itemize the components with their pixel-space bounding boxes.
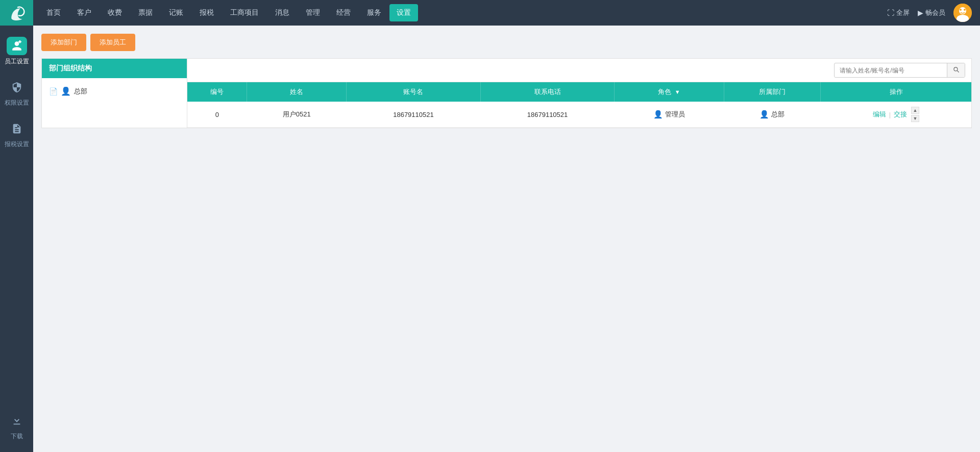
main-content: 添加部门 添加员工 部门组织结构 📄 👤 总部	[33, 26, 980, 452]
search-wrap	[834, 63, 965, 78]
role-user-icon: 👤	[653, 110, 663, 119]
download-icon-wrap	[7, 412, 27, 430]
edit-button[interactable]: 编辑	[873, 110, 886, 119]
cell-account: 18679110521	[347, 102, 481, 128]
employee-icon-wrap	[7, 37, 27, 55]
nav-service[interactable]: 服务	[359, 0, 389, 26]
nav-tax[interactable]: 报税	[191, 0, 222, 26]
tree-header-label: 部门组织结构	[49, 64, 92, 72]
col-ops: 操作	[821, 82, 971, 102]
col-dept: 所属部门	[724, 82, 821, 102]
nav-message[interactable]: 消息	[267, 0, 298, 26]
vip-button[interactable]: ▶ 畅会员	[918, 8, 945, 17]
taxsettings-icon	[11, 123, 22, 134]
employee-table: 编号 姓名 账号名 联系电话 角色 ▼ 所属部门 操作 0	[187, 82, 971, 128]
col-phone: 联系电话	[480, 82, 615, 102]
nav-operate[interactable]: 经营	[328, 0, 359, 26]
col-account: 账号名	[347, 82, 481, 102]
vip-label: 畅会员	[925, 8, 945, 17]
tree-node-root[interactable]: 📄 👤 总部	[49, 83, 180, 99]
nav-settings[interactable]: 设置	[389, 4, 418, 21]
download-icon	[11, 415, 22, 426]
table-toolbar	[187, 59, 971, 82]
col-role[interactable]: 角色 ▼	[615, 82, 724, 102]
tree-node-user-icon: 👤	[61, 86, 71, 96]
nav-menu: 首页 客户 收费 票据 记账 报税 工商项目 消息 管理 经营 服务 设置	[33, 0, 887, 26]
sidebar-item-employee[interactable]: 员工设置	[0, 31, 33, 72]
fullscreen-button[interactable]: ⛶ 全屏	[887, 8, 910, 17]
role-label: 管理员	[665, 110, 685, 119]
add-employee-button[interactable]: 添加员工	[90, 34, 135, 51]
sidebar-item-permission[interactable]: 权限设置	[0, 72, 33, 113]
permission-icon-wrap	[7, 78, 27, 97]
fullscreen-icon: ⛶	[887, 9, 894, 17]
employee-icon	[11, 40, 22, 52]
sidebar-download-label: 下载	[11, 432, 23, 441]
role-filter-icon: ▼	[675, 89, 680, 95]
svg-point-3	[960, 9, 962, 11]
nav-business[interactable]: 工商项目	[222, 0, 267, 26]
svg-rect-6	[19, 40, 20, 43]
table-header: 编号 姓名 账号名 联系电话 角色 ▼ 所属部门 操作	[187, 82, 971, 102]
tree-panel: 部门组织结构 📄 👤 总部	[42, 59, 187, 128]
search-icon	[952, 66, 960, 73]
tree-node-file-icon: 📄	[49, 87, 58, 96]
sidebar-taxsettings-label: 报税设置	[5, 140, 29, 149]
fullscreen-label: 全屏	[896, 8, 910, 17]
scroll-down-button[interactable]: ▼	[911, 115, 919, 122]
table-row: 0 用户0521 18679110521 18679110521 👤 管理员	[187, 102, 971, 128]
table-panel: 编号 姓名 账号名 联系电话 角色 ▼ 所属部门 操作 0	[187, 59, 971, 128]
col-id: 编号	[187, 82, 247, 102]
top-navigation: 首页 客户 收费 票据 记账 报税 工商项目 消息 管理 经营 服务 设置 ⛶ …	[0, 0, 980, 26]
sidebar-employee-label: 员工设置	[5, 57, 29, 66]
tree-header: 部门组织结构	[42, 59, 187, 78]
content-wrapper: 部门组织结构 📄 👤 总部	[41, 58, 972, 128]
svg-point-4	[964, 9, 966, 11]
cell-ops: 编辑 | 交接 ▲ ▼	[821, 102, 971, 128]
add-dept-button[interactable]: 添加部门	[41, 34, 86, 51]
logo[interactable]	[0, 0, 33, 26]
permission-icon	[11, 82, 22, 93]
action-bar: 添加部门 添加员工	[41, 34, 972, 51]
nav-accounting[interactable]: 记账	[161, 0, 191, 26]
nav-invoice[interactable]: 票据	[130, 0, 161, 26]
cell-name: 用户0521	[247, 102, 347, 128]
sidebar-item-download[interactable]: 下载	[0, 406, 33, 447]
cell-phone: 18679110521	[480, 102, 615, 128]
col-role-label: 角色	[658, 88, 671, 96]
nav-client[interactable]: 客户	[69, 0, 100, 26]
col-name: 姓名	[247, 82, 347, 102]
cell-role: 👤 管理员	[615, 102, 724, 128]
taxsettings-icon-wrap	[7, 120, 27, 138]
cell-dept: 👤 总部	[724, 102, 821, 128]
vip-icon: ▶	[918, 9, 923, 17]
cell-id: 0	[187, 102, 247, 128]
sidebar-permission-label: 权限设置	[5, 99, 29, 107]
tree-body: 📄 👤 总部	[42, 78, 187, 104]
transfer-button[interactable]: 交接	[894, 110, 907, 119]
nav-home[interactable]: 首页	[38, 0, 69, 26]
table-body: 0 用户0521 18679110521 18679110521 👤 管理员	[187, 102, 971, 128]
row-scroll-arrows: ▲ ▼	[911, 107, 919, 122]
search-input[interactable]	[835, 64, 947, 77]
nav-manage[interactable]: 管理	[298, 0, 328, 26]
search-button[interactable]	[947, 63, 965, 77]
sidebar-item-taxsettings[interactable]: 报税设置	[0, 113, 33, 155]
tree-node-label: 总部	[74, 87, 87, 96]
dept-user-icon: 👤	[760, 110, 769, 119]
sidebar: 员工设置 权限设置 报税设置 下载	[0, 26, 33, 452]
nav-fee[interactable]: 收费	[100, 0, 130, 26]
user-avatar[interactable]	[953, 4, 972, 22]
nav-right-actions: ⛶ 全屏 ▶ 畅会员	[887, 4, 980, 22]
dept-label: 总部	[771, 110, 785, 119]
scroll-up-button[interactable]: ▲	[911, 107, 919, 114]
